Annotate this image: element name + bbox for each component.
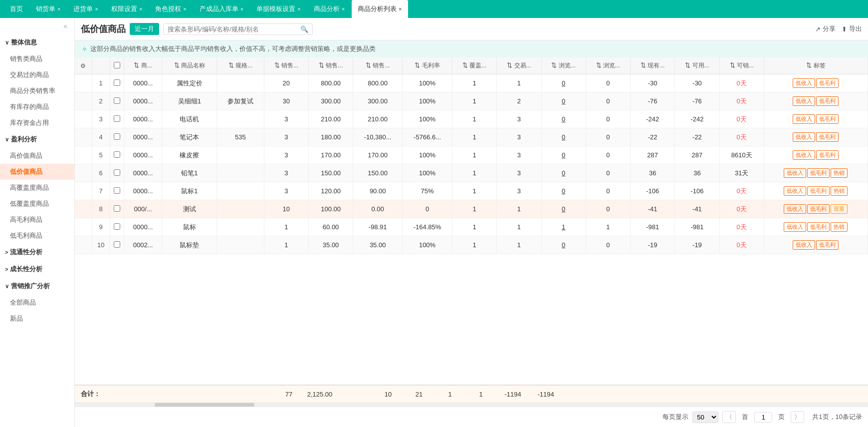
sidebar-item-低覆盖度商品[interactable]: 低覆盖度商品	[0, 196, 74, 212]
row-checkbox[interactable]	[110, 92, 124, 110]
search-input[interactable]	[168, 25, 298, 33]
row-view1[interactable]: 0	[541, 236, 586, 254]
checkbox-column-header[interactable]	[110, 57, 124, 74]
sidebar-item-低毛利商品[interactable]: 低毛利商品	[0, 228, 74, 244]
row-checkbox[interactable]	[110, 146, 124, 164]
row-settings[interactable]	[75, 128, 92, 146]
sidebar-section-0[interactable]: ∨整体信息	[0, 34, 74, 51]
row-checkbox[interactable]	[110, 236, 124, 254]
period-button[interactable]: 近一月	[130, 23, 159, 35]
row-checkbox[interactable]	[110, 74, 124, 92]
col-header-margin[interactable]: ⇅ 毛利率	[403, 57, 452, 74]
row-checkbox[interactable]	[110, 164, 124, 182]
sidebar-item-有库存的商品[interactable]: 有库存的商品	[0, 99, 74, 115]
close-icon[interactable]: ×	[95, 6, 98, 12]
row-view1[interactable]: 0	[541, 146, 586, 164]
col-header-saleable[interactable]: ⇅ 可销...	[719, 57, 764, 74]
sidebar-item-高毛利商品[interactable]: 高毛利商品	[0, 212, 74, 228]
first-page-button[interactable]: 〈	[722, 411, 736, 423]
row-num: 6	[92, 164, 110, 182]
col-header-spec[interactable]: ⇅ 规格...	[217, 57, 264, 74]
col-header-current[interactable]: ⇅ 现有...	[631, 57, 675, 74]
col-header-tags[interactable]: ⇅ 标签	[764, 57, 868, 74]
row-settings[interactable]	[75, 218, 92, 236]
col-header-view2[interactable]: ⇅ 浏览...	[586, 57, 630, 74]
col-header-trade[interactable]: ⇅ 交易...	[497, 57, 541, 74]
last-page-button[interactable]: 〉	[791, 411, 804, 423]
sidebar-section-1[interactable]: ∨盈利分析	[0, 131, 74, 148]
col-header-qty[interactable]: ⇅ 销售...	[264, 57, 308, 74]
nav-item-进货单[interactable]: 进货单×	[67, 0, 104, 18]
row-view1[interactable]: 0	[541, 200, 586, 218]
row-view2: 0	[586, 146, 630, 164]
sidebar-item-商品分类销售率[interactable]: 商品分类销售率	[0, 83, 74, 99]
nav-item-销货单[interactable]: 销货单×	[30, 0, 66, 18]
section-label-1: 盈利分析	[11, 135, 37, 144]
sidebar-item-全部商品[interactable]: 全部商品	[0, 295, 74, 311]
share-button[interactable]: ↗ 分享	[815, 24, 836, 33]
nav-item-首页[interactable]: 首页	[4, 0, 29, 18]
row-spec	[217, 182, 264, 200]
sidebar-item-库存资金占用[interactable]: 库存资金占用	[0, 115, 74, 131]
per-page-select[interactable]: 50 20 100	[692, 412, 718, 423]
row-settings[interactable]	[75, 146, 92, 164]
row-settings[interactable]	[75, 110, 92, 128]
sidebar-item-高覆盖度商品[interactable]: 高覆盖度商品	[0, 180, 74, 196]
row-settings[interactable]	[75, 74, 92, 92]
close-icon[interactable]: ×	[139, 6, 142, 12]
settings-column-header[interactable]: ⚙	[75, 57, 92, 74]
close-icon[interactable]: ×	[240, 6, 243, 12]
row-view1[interactable]: 0	[541, 128, 586, 146]
col-header-view1[interactable]: ⇅ 浏览...	[541, 57, 586, 74]
sidebar-section-3[interactable]: >成长性分析	[0, 261, 74, 278]
sidebar-item-交易过的商品[interactable]: 交易过的商品	[0, 67, 74, 83]
row-view1[interactable]: 1	[541, 218, 586, 236]
sidebar-item-高价值商品[interactable]: 高价值商品	[0, 148, 74, 164]
nav-item-产成品入库单[interactable]: 产成品入库单×	[194, 0, 249, 18]
row-coverage: 1	[452, 74, 496, 92]
col-header-coverage[interactable]: ⇅ 覆盖...	[452, 57, 496, 74]
row-view1[interactable]: 0	[541, 74, 586, 92]
row-settings[interactable]	[75, 236, 92, 254]
row-checkbox[interactable]	[110, 182, 124, 200]
row-view1[interactable]: 0	[541, 110, 586, 128]
col-header-amount[interactable]: ⇅ 销售...	[308, 57, 353, 74]
nav-item-权限设置[interactable]: 权限设置×	[105, 0, 148, 18]
close-icon[interactable]: ×	[183, 6, 186, 12]
close-icon[interactable]: ×	[342, 6, 345, 12]
col-header-available[interactable]: ⇅ 可用...	[675, 57, 719, 74]
table-area[interactable]: ⚙⇅ 商...⇅ 商品名称⇅ 规格...⇅ 销售...⇅ 销售...⇅ 销售..…	[75, 57, 868, 385]
row-checkbox[interactable]	[110, 128, 124, 146]
sidebar-section-4[interactable]: ∨营销推广分析	[0, 278, 74, 295]
sidebar-item-销售类商品[interactable]: 销售类商品	[0, 51, 74, 67]
close-icon[interactable]: ×	[57, 6, 60, 12]
sidebar-item-低价值商品[interactable]: 低价值商品	[0, 164, 74, 180]
sidebar-item-新品[interactable]: 新品	[0, 311, 74, 327]
export-button[interactable]: ⬆ 导出	[842, 24, 862, 33]
row-qty: 3	[264, 164, 308, 182]
search-icon[interactable]: 🔍	[300, 25, 308, 33]
col-header-name[interactable]: ⇅ 商品名称	[162, 57, 217, 74]
row-checkbox[interactable]	[110, 218, 124, 236]
close-icon[interactable]: ×	[399, 6, 402, 12]
row-view1[interactable]: 0	[541, 164, 586, 182]
row-view1[interactable]: 0	[541, 92, 586, 110]
col-header-code[interactable]: ⇅ 商...	[124, 57, 162, 74]
row-checkbox[interactable]	[110, 110, 124, 128]
nav-item-角色授权[interactable]: 角色授权×	[149, 0, 192, 18]
row-checkbox[interactable]	[110, 200, 124, 218]
nav-item-商品分析[interactable]: 商品分析×	[308, 0, 351, 18]
select-all-checkbox[interactable]	[114, 62, 120, 68]
nav-item-单据模板设置[interactable]: 单据模板设置×	[250, 0, 306, 18]
sidebar-collapse-button[interactable]: «	[60, 21, 70, 31]
row-settings[interactable]	[75, 182, 92, 200]
row-settings[interactable]	[75, 92, 92, 110]
row-settings[interactable]	[75, 200, 92, 218]
col-header-cost[interactable]: ⇅ 销售...	[353, 57, 403, 74]
row-view1[interactable]: 0	[541, 182, 586, 200]
page-input[interactable]	[754, 412, 772, 423]
sidebar-section-2[interactable]: >流通性分析	[0, 244, 74, 261]
row-settings[interactable]	[75, 164, 92, 182]
close-icon[interactable]: ×	[297, 6, 300, 12]
nav-item-商品分析列表[interactable]: 商品分析列表×	[352, 0, 408, 18]
